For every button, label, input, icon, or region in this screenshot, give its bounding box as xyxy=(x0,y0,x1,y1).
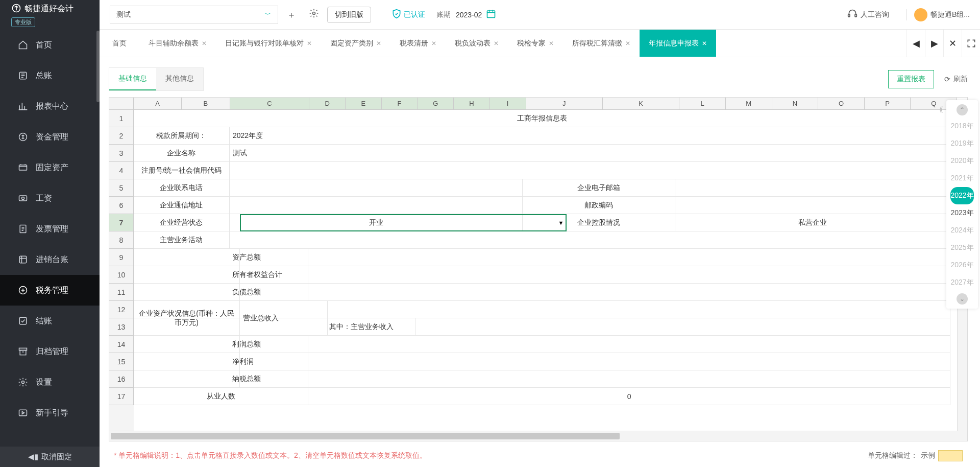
close-icon[interactable]: ✕ xyxy=(202,40,207,47)
tab-prev-button[interactable]: ◀ xyxy=(906,30,925,57)
close-icon[interactable]: ✕ xyxy=(702,40,707,47)
sidebar-item-close[interactable]: 结账 xyxy=(0,306,100,336)
dropdown-arrow-icon[interactable]: ▼ xyxy=(557,219,565,226)
credit-code-cell[interactable] xyxy=(230,162,950,179)
subtab-other[interactable]: 其他信息 xyxy=(156,68,203,90)
value-cell[interactable] xyxy=(308,336,950,353)
tab[interactable]: 税检专家 ✕ xyxy=(508,30,563,57)
sidebar-item-salary[interactable]: 工资 xyxy=(0,183,100,214)
row-header[interactable]: 14 xyxy=(109,336,134,353)
tab-home[interactable]: 首页 xyxy=(100,30,139,57)
main-revenue-cell[interactable] xyxy=(415,318,950,335)
year-option[interactable]: 2023年 xyxy=(948,204,975,222)
row-header[interactable]: 5 xyxy=(109,179,134,197)
col-header[interactable]: H xyxy=(454,98,490,110)
sheet-body[interactable]: 工商年报信息表税款所属期间：2022年度企业名称测试注册号/统一社会信用代码企业… xyxy=(134,110,957,431)
row-header[interactable]: 15 xyxy=(109,353,134,370)
col-header[interactable]: D xyxy=(309,98,346,110)
sheet-h-scrollbar[interactable] xyxy=(109,431,957,441)
subtab-basic[interactable]: 基础信息 xyxy=(109,68,156,90)
tab[interactable]: 年报信息申报表 ✕ xyxy=(640,30,716,57)
col-header[interactable]: P xyxy=(865,98,911,110)
close-icon[interactable]: ✕ xyxy=(494,40,499,47)
account-select[interactable]: 测试 ﹀ xyxy=(110,6,278,24)
gear-button[interactable] xyxy=(305,6,323,24)
col-header[interactable]: K xyxy=(603,98,679,110)
close-icon[interactable]: ✕ xyxy=(376,40,381,47)
revenue-cell[interactable] xyxy=(308,301,950,318)
sidebar-item-fund[interactable]: 资金管理 xyxy=(0,122,100,152)
tab[interactable]: 税负波动表 ✕ xyxy=(446,30,508,57)
value-cell[interactable] xyxy=(308,249,950,266)
col-header[interactable]: B xyxy=(182,98,230,110)
year-option[interactable]: 2022年 xyxy=(950,187,973,204)
row-header[interactable]: 4 xyxy=(109,162,134,179)
col-header[interactable]: O xyxy=(818,98,865,110)
row-header[interactable]: 17 xyxy=(109,388,134,405)
fullscreen-button[interactable] xyxy=(962,30,980,57)
row-header[interactable]: 12 xyxy=(109,301,134,318)
phone-cell[interactable] xyxy=(230,179,523,196)
sidebar-item-archive[interactable]: 归档管理 xyxy=(0,336,100,367)
row-header[interactable]: 7 xyxy=(109,214,134,231)
tab-close-button[interactable]: ✕ xyxy=(943,30,962,57)
postcode-cell[interactable] xyxy=(675,197,950,214)
value-cell[interactable] xyxy=(308,353,950,370)
tab[interactable]: 日记账与银行对账单核对 ✕ xyxy=(216,30,321,57)
spreadsheet[interactable]: ABCDEFGHIJKLMNOPQ 1234567891011121314151… xyxy=(109,97,968,441)
row-header[interactable]: 2 xyxy=(109,127,134,145)
sidebar-item-purchase[interactable]: 进销台账 xyxy=(0,244,100,275)
row-header[interactable]: 11 xyxy=(109,284,134,301)
row-header[interactable]: 16 xyxy=(109,370,134,388)
main-activity-cell[interactable] xyxy=(230,231,950,248)
sidebar-item-settings[interactable]: 设置 xyxy=(0,367,100,398)
tab-next-button[interactable]: ▶ xyxy=(925,30,943,57)
close-icon[interactable]: ✕ xyxy=(431,40,436,47)
calendar-button[interactable] xyxy=(486,9,496,20)
sidebar-item-report[interactable]: 报表中心 xyxy=(0,91,100,122)
business-status-cell[interactable]: 开业 xyxy=(230,214,523,231)
sheet-select-all[interactable] xyxy=(109,98,134,110)
value-cell[interactable] xyxy=(308,370,950,387)
close-icon[interactable]: ✕ xyxy=(625,40,630,47)
year-option[interactable]: 2020年 xyxy=(948,152,975,170)
row-header[interactable]: 6 xyxy=(109,197,134,214)
year-option[interactable]: 2024年 xyxy=(948,222,975,239)
year-option[interactable]: 2021年 xyxy=(948,170,975,187)
close-icon[interactable]: ✕ xyxy=(549,40,554,47)
sidebar-item-home[interactable]: 首页 xyxy=(0,30,100,60)
address-cell[interactable] xyxy=(230,197,523,214)
holding-cell[interactable]: 私营企业 xyxy=(675,214,950,231)
tab[interactable]: 所得税汇算清缴 ✕ xyxy=(563,30,640,57)
col-header[interactable]: J xyxy=(526,98,603,110)
year-option[interactable]: 2026年 xyxy=(948,256,975,274)
year-option[interactable]: 2019年 xyxy=(948,135,975,152)
row-header[interactable]: 8 xyxy=(109,231,134,249)
year-option[interactable]: 2027年 xyxy=(948,274,975,291)
close-icon[interactable]: ✕ xyxy=(307,40,312,47)
year-up-button[interactable]: ⌃ xyxy=(957,104,968,115)
refresh-button[interactable]: ⟳ 刷新 xyxy=(944,75,968,84)
headcount-cell[interactable]: 0 xyxy=(308,388,950,405)
row-header[interactable]: 9 xyxy=(109,249,134,266)
col-header[interactable]: F xyxy=(382,98,418,110)
col-header[interactable]: M xyxy=(726,98,772,110)
row-header[interactable]: 3 xyxy=(109,145,134,162)
reset-report-button[interactable]: 重置报表 xyxy=(888,70,934,88)
user-menu[interactable]: 畅捷通B组... xyxy=(914,8,970,21)
col-header[interactable]: G xyxy=(418,98,454,110)
col-header[interactable]: L xyxy=(679,98,726,110)
row-header[interactable]: 13 xyxy=(109,318,134,336)
col-header[interactable]: E xyxy=(346,98,382,110)
year-option[interactable]: 2018年 xyxy=(948,118,975,135)
old-version-button[interactable]: 切到旧版 xyxy=(327,7,371,23)
value-cell[interactable] xyxy=(308,284,950,300)
row-header[interactable]: 1 xyxy=(109,110,134,127)
year-collapse-icon[interactable]: ⟪ xyxy=(939,105,943,113)
value-cell[interactable] xyxy=(308,266,950,283)
tab[interactable]: 税表清册 ✕ xyxy=(390,30,446,57)
company-name-cell[interactable]: 测试 xyxy=(230,145,950,161)
year-option[interactable]: 2025年 xyxy=(948,239,975,256)
tab[interactable]: 斗目辅助余额表 ✕ xyxy=(139,30,216,57)
col-header[interactable]: C xyxy=(230,98,310,110)
